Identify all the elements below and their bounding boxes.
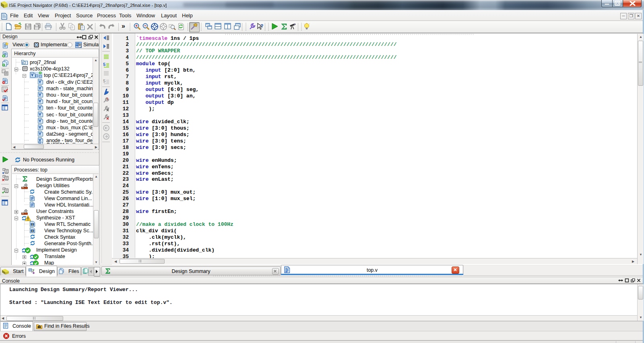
svg-text:?: ? <box>106 97 109 101</box>
svg-text:ISim: ISim <box>76 45 80 48</box>
svg-text:5: 5 <box>103 62 105 67</box>
svg-text:?: ? <box>260 23 263 29</box>
svg-text:5: 5 <box>103 79 105 83</box>
